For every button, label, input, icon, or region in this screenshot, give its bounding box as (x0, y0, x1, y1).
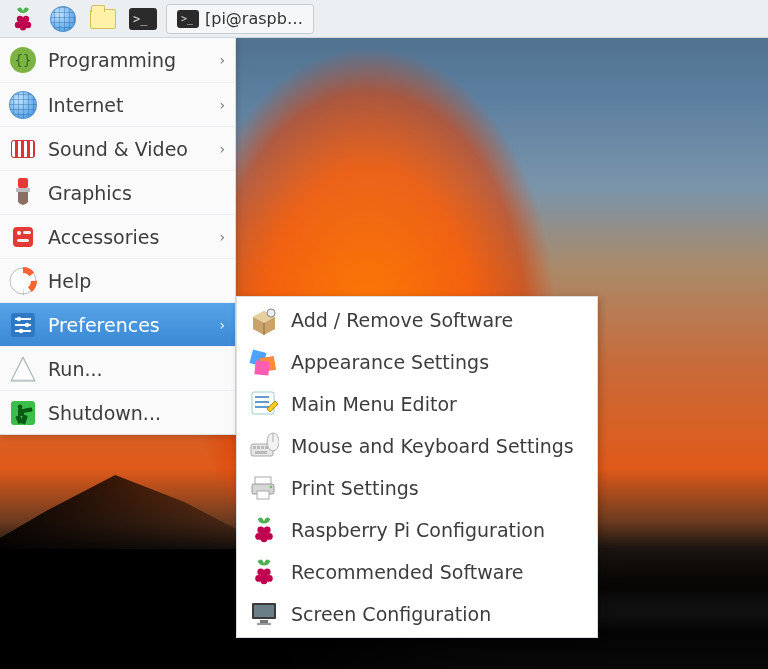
menu-item-internet[interactable]: Internet › (0, 82, 235, 126)
raspberry-icon (249, 557, 279, 587)
menu-item-programming[interactable]: {} Programming › (0, 38, 235, 82)
terminal-launcher[interactable]: >_ (126, 3, 160, 35)
raspberry-icon (11, 5, 35, 33)
menu-item-label: Preferences (48, 314, 160, 336)
menu-item-label: Programming (48, 49, 176, 71)
svg-point-58 (261, 530, 267, 536)
help-icon (8, 266, 38, 296)
menu-item-label: Internet (48, 94, 123, 116)
svg-rect-16 (23, 231, 31, 234)
chevron-right-icon: › (219, 97, 225, 113)
submenu-item-add-remove-software[interactable]: Add / Remove Software (237, 299, 597, 341)
submenu-item-label: Main Menu Editor (291, 393, 457, 415)
mouse-keyboard-icon (249, 431, 279, 461)
svg-rect-17 (17, 239, 29, 242)
svg-point-5 (20, 19, 26, 25)
taskbar: >_ >_ [pi@raspb… (0, 0, 768, 38)
run-icon (8, 354, 38, 384)
menu-item-label: Shutdown... (48, 402, 161, 424)
web-browser-launcher[interactable] (46, 3, 80, 35)
internet-icon (8, 90, 38, 120)
svg-rect-46 (255, 451, 267, 454)
submenu-item-label: Add / Remove Software (291, 309, 513, 331)
submenu-item-label: Appearance Settings (291, 351, 489, 373)
svg-point-64 (261, 572, 267, 578)
svg-rect-36 (254, 360, 269, 375)
menu-item-help[interactable]: Help (0, 258, 235, 302)
shutdown-icon (8, 398, 38, 428)
chevron-right-icon: › (219, 52, 225, 68)
menu-item-label: Sound & Video (48, 138, 188, 160)
submenu-item-mouse-keyboard-settings[interactable]: Mouse and Keyboard Settings (237, 425, 597, 467)
submenu-item-label: Recommended Software (291, 561, 523, 583)
svg-rect-66 (254, 605, 274, 617)
graphics-icon (8, 178, 38, 208)
menu-item-label: Help (48, 270, 91, 292)
svg-rect-44 (261, 446, 264, 449)
start-menu-button[interactable] (6, 3, 40, 35)
submenu-item-label: Print Settings (291, 477, 419, 499)
svg-text:{}: {} (15, 52, 32, 68)
chevron-right-icon: › (219, 229, 225, 245)
submenu-item-screen-configuration[interactable]: Screen Configuration (237, 593, 597, 635)
submenu-item-label: Raspberry Pi Configuration (291, 519, 545, 541)
submenu-item-appearance-settings[interactable]: Appearance Settings (237, 341, 597, 383)
printer-icon (249, 473, 279, 503)
package-icon (249, 305, 279, 335)
appearance-icon (249, 347, 279, 377)
menu-item-label: Graphics (48, 182, 132, 204)
preferences-submenu: Add / Remove Software Appearance Setting… (236, 296, 598, 638)
svg-point-24 (17, 316, 21, 320)
menu-item-accessories[interactable]: Accessories › (0, 214, 235, 258)
menu-item-graphics[interactable]: Graphics (0, 170, 235, 214)
svg-point-26 (19, 328, 23, 332)
svg-rect-9 (12, 141, 34, 157)
monitor-icon (249, 599, 279, 629)
svg-point-25 (25, 322, 29, 326)
svg-rect-14 (13, 227, 33, 247)
chevron-right-icon: › (219, 317, 225, 333)
svg-rect-51 (257, 491, 269, 499)
globe-icon (50, 6, 76, 32)
svg-point-19 (18, 276, 28, 286)
taskbar-window-button[interactable]: >_ [pi@raspb… (166, 4, 314, 34)
taskbar-window-title: [pi@raspb… (205, 9, 303, 28)
programming-icon: {} (8, 45, 38, 75)
svg-rect-67 (260, 620, 268, 623)
submenu-item-recommended-software[interactable]: Recommended Software (237, 551, 597, 593)
submenu-item-label: Mouse and Keyboard Settings (291, 435, 574, 457)
terminal-icon: >_ (129, 8, 157, 30)
submenu-item-label: Screen Configuration (291, 603, 491, 625)
sound-video-icon (8, 134, 38, 164)
submenu-item-raspberry-pi-configuration[interactable]: Raspberry Pi Configuration (237, 509, 597, 551)
submenu-item-print-settings[interactable]: Print Settings (237, 467, 597, 509)
svg-rect-68 (257, 623, 271, 625)
folder-icon (90, 9, 116, 29)
terminal-icon: >_ (177, 10, 199, 28)
file-manager-launcher[interactable] (86, 3, 120, 35)
svg-point-52 (270, 486, 273, 489)
accessories-icon (8, 222, 38, 252)
svg-point-33 (267, 309, 275, 317)
svg-rect-43 (257, 446, 260, 449)
menu-item-run[interactable]: Run... (0, 346, 235, 390)
raspberry-icon (249, 515, 279, 545)
chevron-right-icon: › (219, 141, 225, 157)
preferences-icon (8, 310, 38, 340)
svg-point-28 (18, 404, 23, 409)
menu-item-label: Run... (48, 358, 103, 380)
menu-editor-icon (249, 389, 279, 419)
menu-item-sound-video[interactable]: Sound & Video › (0, 126, 235, 170)
svg-point-15 (17, 231, 21, 235)
submenu-item-main-menu-editor[interactable]: Main Menu Editor (237, 383, 597, 425)
menu-item-preferences[interactable]: Preferences › (0, 302, 235, 346)
application-menu: {} Programming › Internet › Sound & Vide… (0, 38, 236, 435)
menu-item-shutdown[interactable]: Shutdown... (0, 390, 235, 434)
svg-rect-13 (16, 188, 30, 192)
menu-item-label: Accessories (48, 226, 159, 248)
svg-rect-12 (18, 178, 28, 188)
svg-rect-42 (253, 446, 256, 449)
